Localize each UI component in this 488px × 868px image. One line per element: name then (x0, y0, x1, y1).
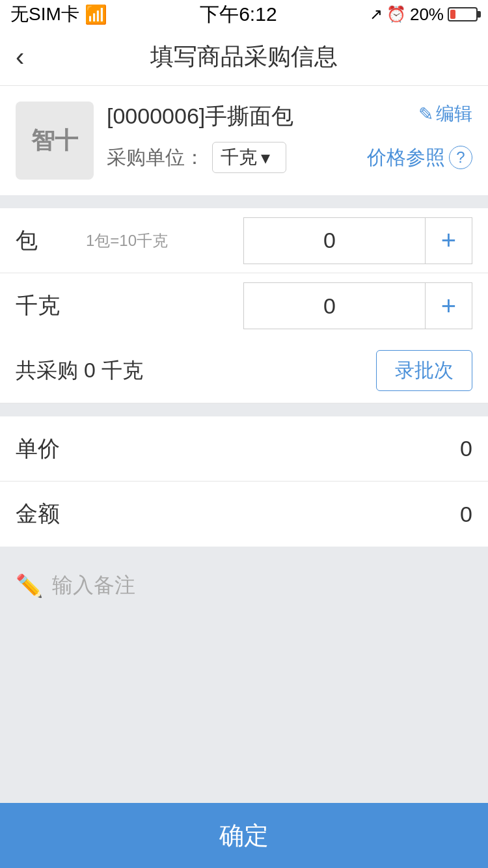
bag-sublabel: 1包=10千克 (86, 230, 243, 251)
unit-price-label: 单价 (16, 434, 60, 464)
batch-button[interactable]: 录批次 (376, 350, 472, 391)
unit-price-value: 0 (460, 436, 472, 461)
bag-field-wrap: + (243, 217, 472, 264)
product-thumbnail: 智十 (16, 102, 94, 180)
product-name: [0000006]手撕面包 (107, 102, 293, 131)
confirm-button[interactable]: 确定 (0, 803, 488, 868)
status-time: 下午6:12 (200, 1, 277, 28)
price-section: 单价 0 金额 0 (0, 416, 488, 547)
bag-plus-button[interactable]: + (426, 217, 472, 264)
page-title: 填写商品采购信息 (150, 41, 338, 73)
note-icon: ✏️ (16, 573, 43, 599)
product-unit-row: 采购单位： 千克 ▾ 价格参照 ? (107, 142, 472, 173)
carrier-label: 无SIM卡 (10, 2, 79, 27)
product-card: 智十 [0000006]手撕面包 ✎ 编辑 采购单位： 千克 ▾ 价格参照 ? (0, 86, 488, 195)
kg-plus-button[interactable]: + (426, 282, 472, 329)
price-ref-button[interactable]: 价格参照 ? (367, 144, 472, 171)
kg-input-row: 千克 + (0, 273, 488, 338)
note-area[interactable]: ✏️ 输入备注 (0, 547, 488, 625)
back-button[interactable]: ‹ (16, 42, 24, 72)
unit-price-row: 单价 0 (0, 416, 488, 481)
status-bar: 无SIM卡 📶 下午6:12 ↗ ⏰ 20% (0, 0, 488, 29)
total-text: 共采购 0 千克 (16, 357, 143, 385)
edit-icon: ✎ (418, 103, 433, 125)
kg-label: 千克 (16, 291, 81, 321)
amount-row: 金额 0 (0, 481, 488, 547)
nav-bar: ‹ 填写商品采购信息 (0, 29, 488, 86)
divider-2 (0, 403, 488, 416)
battery-percent: 20% (410, 5, 444, 25)
edit-label: 编辑 (436, 102, 472, 126)
note-placeholder: 输入备注 (52, 571, 135, 600)
price-ref-label: 价格参照 (367, 144, 445, 171)
battery-icon (448, 7, 478, 21)
product-header: [0000006]手撕面包 ✎ 编辑 (107, 102, 472, 131)
amount-value: 0 (460, 502, 472, 527)
help-icon: ? (449, 146, 472, 169)
bag-label: 包 (16, 226, 81, 256)
total-batch-row: 共采购 0 千克 录批次 (0, 338, 488, 403)
divider-1 (0, 195, 488, 208)
unit-select[interactable]: 千克 ▾ (212, 142, 286, 173)
kg-input[interactable] (243, 282, 426, 329)
alarm-icon: ⏰ (386, 5, 406, 23)
location-icon: ↗ (370, 5, 383, 23)
bag-input-row: 包 1包=10千克 + (0, 208, 488, 273)
product-thumb-text: 智十 (31, 125, 78, 157)
unit-value: 千克 (221, 145, 257, 170)
input-section: 包 1包=10千克 + 千克 + (0, 208, 488, 338)
status-right: ↗ ⏰ 20% (370, 5, 478, 25)
amount-label: 金额 (16, 499, 60, 529)
wifi-icon: 📶 (85, 4, 107, 25)
bag-input[interactable] (243, 217, 426, 264)
status-left: 无SIM卡 📶 (10, 2, 107, 27)
product-info: [0000006]手撕面包 ✎ 编辑 采购单位： 千克 ▾ 价格参照 ? (107, 102, 472, 173)
unit-arrow-icon: ▾ (261, 147, 270, 169)
edit-button[interactable]: ✎ 编辑 (418, 102, 472, 126)
kg-field-wrap: + (243, 282, 472, 329)
unit-label: 采购单位： (107, 144, 204, 171)
